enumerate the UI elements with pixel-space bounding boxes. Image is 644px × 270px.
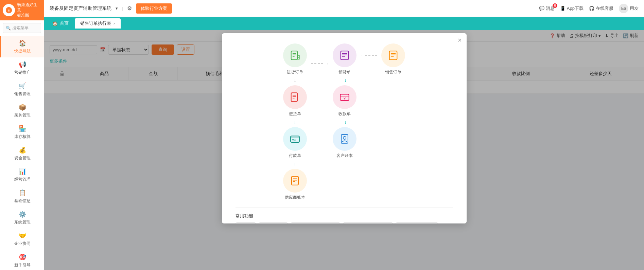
purchase-order-node[interactable]: 进货订单 [283,43,307,75]
modal-body: 进货订单 ↓ 进货单 [222,33,467,223]
system-title: 装备及固定资产辅助管理系统 [50,5,111,12]
online-service-button[interactable]: 🎧 在线客服 [589,5,613,12]
sidebar-item-marketing[interactable]: 📢 营销推广 [0,57,44,79]
avatar: Ea [619,4,628,13]
purchase-slip-circle [283,85,307,109]
svg-rect-23 [389,51,397,60]
receipt-slip-node[interactable]: ¥ 收款单 [333,85,356,117]
settings-icon[interactable]: ⚙ [127,5,132,12]
tab-home[interactable]: 🏠 首页 [47,18,74,29]
arrow-down-receipt: ↓ [333,117,347,127]
function-buttons: 商品 往来单位 现存量(库存状况表) 现存量(库存分布表) 销售毛利分析表 商品… [236,222,453,223]
func-btn-stock-dist[interactable]: 现存量(库存分布表) [343,222,393,223]
chevron-down-icon: ▾ [116,6,118,11]
arrow-down-sales: ↓ [333,75,347,85]
service-icon: 🎧 [589,6,594,11]
right-dashed-arrow: ← [361,43,377,67]
svg-rect-13 [292,139,294,140]
top-header: 装备及固定资产辅助管理系统 ▾ | ⚙ 体验行业方案 💬 消息 6 📱 App下… [44,0,644,17]
payment-slip-circle: ¥ [283,127,307,151]
system-icon: ⚙️ [19,211,26,218]
home-tab-icon: 🏠 [52,21,58,26]
sidebar-item-sales[interactable]: 🛒 销售管理 [0,79,44,100]
home-icon: 🏠 [19,39,26,47]
left-flow-column: 进货订单 ↓ 进货单 [283,43,307,200]
logo-text: 畅康通好生意 标准版 [17,2,41,18]
func-btn-product[interactable]: 商品 [236,222,256,223]
trial-button[interactable]: 体验行业方案 [136,3,172,14]
sidebar-item-quick-nav[interactable]: 🏠 快捷导航 [0,36,44,57]
enterprise-icon: 🤝 [19,232,26,239]
inventory-icon: 🏪 [19,125,26,132]
sidebar-nav: 🏠 快捷导航 📢 营销推广 🛒 销售管理 📦 采购管理 🏪 库存核算 💰 [0,36,44,270]
sales-slip-circle [333,43,356,67]
modal-close-button[interactable]: × [458,37,462,43]
user-profile[interactable]: Ea 用友 [619,4,639,13]
main-area: 装备及固定资产辅助管理系统 ▾ | ⚙ 体验行业方案 💬 消息 6 📱 App下… [44,0,644,270]
sidebar-item-purchase[interactable]: 📦 采购管理 [0,100,44,122]
func-btn-sales-margin[interactable]: 销售毛利分析表 [396,222,438,223]
purchase-icon: 📦 [19,104,26,111]
flow-diagram: 进货订单 ↓ 进货单 [236,43,453,200]
quick-guide-modal: × 进货订单 [222,33,467,223]
marketing-icon: 📢 [19,61,26,68]
sidebar-item-beginner[interactable]: 🎯 新手引导 [0,250,44,270]
message-icon: 💬 [539,6,544,11]
sidebar-search-area: 🔍 搜索菜单 [0,20,44,36]
sidebar-item-operations[interactable]: 📊 经营管理 [0,164,44,186]
func-btn-partners[interactable]: 往来单位 [259,222,288,223]
svg-rect-7 [291,93,297,102]
system-dropdown[interactable]: ▾ [116,6,118,11]
sidebar-item-enterprise[interactable]: 🤝 企业协同 [0,229,44,250]
receipt-slip-circle: ¥ [333,85,356,109]
sidebar: 6 畅康通好生意 标准版 🔍 搜索菜单 🏠 快捷导航 📢 营销推广 � [0,0,44,270]
logo-icon: 6 [3,4,15,16]
message-button[interactable]: 💬 消息 6 [539,5,555,12]
sidebar-item-basic-info[interactable]: 📋 基础信息 [0,186,44,207]
sales-icon: 🛒 [19,82,26,90]
payment-slip-node[interactable]: ¥ 付款单 [283,127,307,159]
download-icon: 📱 [560,6,565,11]
tab-sales-order[interactable]: 销售订单执行表 × [75,18,121,29]
supplier-ledger-circle [283,169,307,193]
basic-info-icon: 📋 [19,189,26,197]
supplier-ledger-node[interactable]: 供应商账本 [283,169,307,200]
h-arrows: → [307,43,333,157]
sidebar-logo: 6 畅康通好生意 标准版 [0,0,44,20]
purchase-slip-node[interactable]: 进货单 [283,85,307,117]
common-functions: 常用功能 商品 往来单位 现存量(库存状况表) 现存量(库存分布表) 销售毛利分… [236,207,453,223]
sidebar-item-inventory[interactable]: 🏪 库存核算 [0,122,44,143]
svg-text:¥: ¥ [343,96,346,100]
common-functions-title: 常用功能 [236,213,453,219]
svg-rect-30 [341,134,348,143]
svg-text:6: 6 [8,9,10,12]
sidebar-item-system[interactable]: ⚙️ 系统管理 [0,207,44,229]
svg-rect-2 [291,51,297,60]
right-flow-column: 销货单 ← [333,43,405,159]
arrow-down-2: ↓ [294,117,296,127]
arrow-down-3: ↓ [294,159,296,169]
customer-ledger-node[interactable]: 客户账本 [333,127,356,159]
search-icon: 🔍 [6,26,11,31]
tab-close-icon[interactable]: × [113,21,115,25]
sales-order-node[interactable]: 销售订单 [381,43,405,75]
sales-order-circle [381,43,405,67]
purchase-order-circle [283,43,307,67]
modal-overlay[interactable]: × 进货订单 [44,30,644,270]
sidebar-item-finance[interactable]: 💰 资金管理 [0,143,44,164]
finance-icon: 💰 [19,146,26,154]
svg-rect-19 [341,51,349,60]
func-btn-stock-status[interactable]: 现存量(库存状况表) [291,222,341,223]
svg-rect-15 [292,176,298,185]
customer-ledger-circle [333,127,356,151]
arrow-down-1: ↓ [294,75,296,85]
app-download-button[interactable]: 📱 App下载 [560,5,584,12]
content-area: ❓ 帮助 🖨 按模板打印 ▾ ⬇ 导出 🔄 刷新 [44,30,644,270]
search-menu-button[interactable]: 🔍 搜索菜单 [3,23,41,33]
h-arrow-top: → [307,52,333,75]
sales-slip-node[interactable]: 销货单 [333,43,356,75]
top-right-row: 销货单 ← [333,43,405,75]
operations-icon: 📊 [19,168,26,175]
header-right: 💬 消息 6 📱 App下载 🎧 在线客服 Ea 用友 [539,4,639,13]
tab-bar: 🏠 首页 销售订单执行表 × [44,17,644,30]
